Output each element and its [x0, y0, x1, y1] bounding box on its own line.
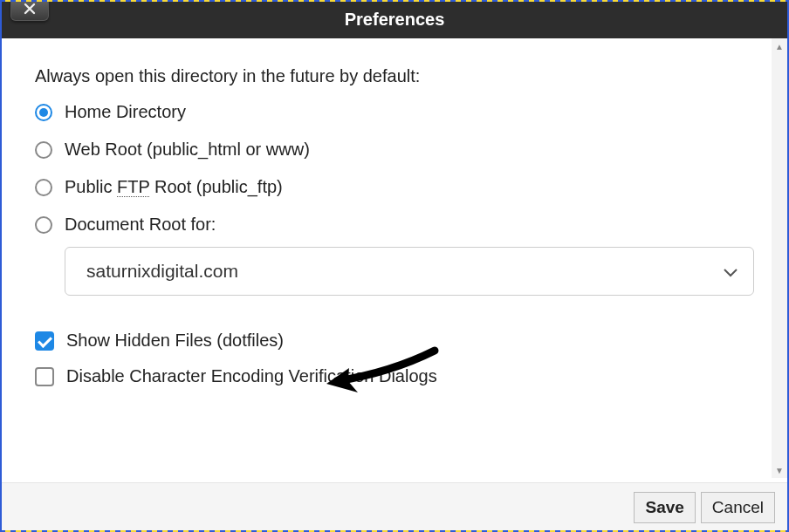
radio-label-publicftp-pre: Public — [65, 177, 117, 196]
document-root-select[interactable]: saturnixdigital.com — [65, 247, 754, 296]
radio-label-publicftp-ftp: FTP — [117, 177, 149, 197]
radio-document-root[interactable] — [35, 216, 52, 234]
scroll-down-icon[interactable]: ▼ — [772, 462, 787, 478]
dialog-title: Preferences — [345, 10, 445, 30]
radio-row-docroot: Document Root for: — [35, 215, 754, 235]
radio-label-publicftp-post: Root (public_ftp) — [149, 177, 282, 196]
checkbox-disable-encoding-dialogs[interactable] — [35, 367, 54, 386]
radio-row-webroot: Web Root (public_html or www) — [35, 140, 754, 160]
dialog-footer: Save Cancel — [0, 482, 789, 532]
radio-label-webroot: Web Root (public_html or www) — [65, 140, 310, 160]
preferences-dialog: Preferences Always open this directory i… — [0, 0, 789, 532]
annotation-arrow-icon — [321, 342, 443, 394]
dialog-content: Always open this directory in the future… — [0, 38, 789, 482]
close-icon — [24, 3, 36, 15]
radio-home-directory[interactable] — [35, 104, 52, 121]
save-button[interactable]: Save — [634, 492, 695, 523]
close-button[interactable] — [10, 0, 49, 21]
document-root-select-wrap: saturnixdigital.com — [65, 247, 754, 296]
radio-label-publicftp: Public FTP Root (public_ftp) — [65, 177, 283, 197]
cancel-button[interactable]: Cancel — [701, 492, 775, 523]
default-directory-prompt: Always open this directory in the future… — [35, 66, 754, 86]
document-root-select-value: saturnixdigital.com — [86, 261, 238, 282]
check-label-hidden-files: Show Hidden Files (dotfiles) — [66, 331, 284, 351]
radio-label-docroot: Document Root for: — [65, 215, 216, 235]
radio-web-root[interactable] — [35, 141, 52, 159]
radio-row-publicftp: Public FTP Root (public_ftp) — [35, 177, 754, 197]
chevron-down-icon — [724, 261, 738, 282]
checkbox-show-hidden-files[interactable] — [35, 331, 54, 351]
radio-row-home: Home Directory — [35, 102, 754, 122]
radio-label-home: Home Directory — [65, 102, 186, 122]
scrollbar[interactable]: ▲ ▼ — [772, 38, 787, 478]
scroll-up-icon[interactable]: ▲ — [772, 38, 787, 54]
radio-public-ftp[interactable] — [35, 179, 52, 196]
dialog-titlebar: Preferences — [0, 0, 789, 38]
